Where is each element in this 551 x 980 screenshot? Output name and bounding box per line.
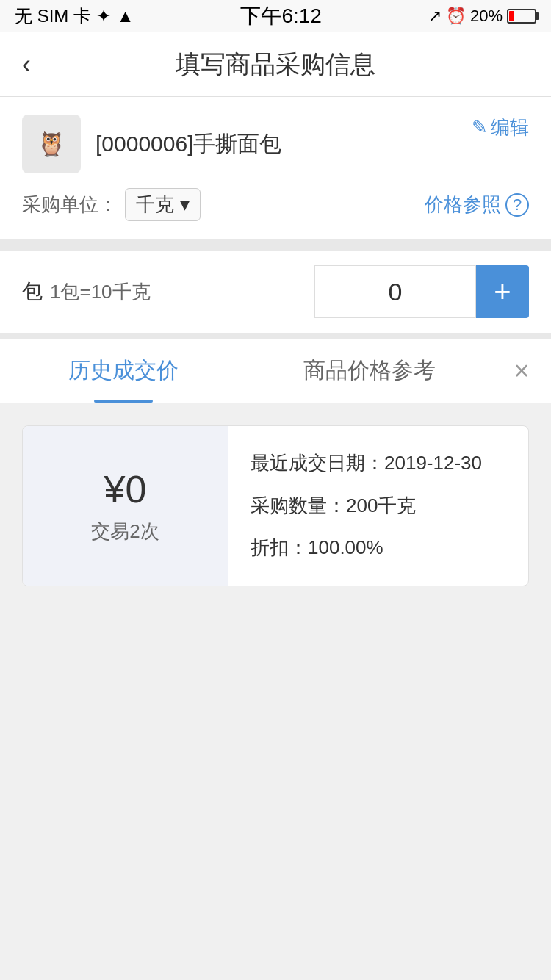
sim-text: 无 SIM 卡 ✦ [15,4,111,28]
price-ref-button[interactable]: 价格参照 ? [425,192,529,217]
alarm-icon: ⏰ [446,7,466,26]
status-left: 无 SIM 卡 ✦ ▲ [15,4,134,28]
qty-value: 200千克 [346,494,416,516]
product-thumb-icon: 🦉 [37,130,66,158]
battery-icon [507,9,536,24]
discount-value: 100.00% [308,536,383,558]
content-divider [0,333,551,339]
qty-label: 采购数量： [251,494,346,516]
battery-pct: 20% [470,7,503,26]
wifi-icon: ▲ [117,6,134,26]
price-ref-help-icon[interactable]: ? [505,193,529,217]
quantity-controls: + [314,265,529,318]
pkg-unit-label: 包 [22,278,43,306]
page-title: 填写商品采购信息 [176,48,375,82]
date-label: 最近成交日期： [251,452,384,474]
product-name: [0000006]手撕面包 [96,129,281,159]
time-display: 下午6:12 [240,2,322,30]
transaction-details: 最近成交日期：2019-12-30 采购数量：200千克 折扣：100.00% [228,426,528,586]
product-thumbnail: 🦉 [22,115,81,173]
product-unit-row: 采购单位： 千克 ▾ 价格参照 ? [22,188,529,221]
section-divider [0,239,551,251]
transaction-date: 最近成交日期：2019-12-30 [251,448,506,479]
product-section: 🦉 [0000006]手撕面包 ✎ 编辑 采购单位： 千克 ▾ 价格参照 ? [0,97,551,239]
unit-dropdown-arrow: ▾ [180,193,190,216]
quantity-label: 包 1包=10千克 [22,278,151,306]
edit-button[interactable]: ✎ 编辑 [472,115,529,140]
location-icon: ↗ [428,7,442,26]
quantity-row: 包 1包=10千克 + [0,251,551,333]
transaction-discount: 折扣：100.00% [251,533,506,563]
quantity-increment-button[interactable]: + [476,265,529,318]
pkg-ratio-label: 1包=10千克 [50,279,151,305]
discount-label: 折扣： [251,536,308,558]
edit-label: 编辑 [491,115,529,140]
unit-value: 千克 [136,192,174,217]
product-left: 🦉 [0000006]手撕面包 [22,115,281,173]
price-ref-label: 价格参照 [425,192,501,217]
nav-bar: ‹ 填写商品采购信息 [0,32,551,97]
transaction-summary: ¥0 交易2次 [23,426,228,586]
status-bar: 无 SIM 卡 ✦ ▲ 下午6:12 ↗ ⏰ 20% [0,0,551,32]
back-button[interactable]: ‹ [15,42,38,87]
transaction-price: ¥0 [104,467,147,511]
edit-icon: ✎ [472,116,488,139]
product-header: 🦉 [0000006]手撕面包 ✎ 编辑 [22,115,529,173]
transaction-card: ¥0 交易2次 最近成交日期：2019-12-30 采购数量：200千克 折扣：… [22,425,529,586]
date-value: 2019-12-30 [384,452,482,474]
unit-select[interactable]: 千克 ▾ [125,188,201,221]
content-area: ¥0 交易2次 最近成交日期：2019-12-30 采购数量：200千克 折扣：… [0,403,551,771]
tab-history-label: 历史成交价 [68,356,179,386]
quantity-input[interactable] [314,265,476,318]
unit-label: 采购单位： [22,192,118,217]
tabs-close-button[interactable]: × [492,356,551,386]
tab-history-price[interactable]: 历史成交价 [0,339,246,403]
tab-price-ref-label: 商品价格参考 [303,356,436,386]
tabs-container: 历史成交价 商品价格参考 × [0,339,551,403]
status-right: ↗ ⏰ 20% [428,7,536,26]
transaction-count: 交易2次 [91,519,159,544]
tab-price-reference[interactable]: 商品价格参考 [246,339,492,403]
transaction-qty: 采购数量：200千克 [251,491,506,522]
